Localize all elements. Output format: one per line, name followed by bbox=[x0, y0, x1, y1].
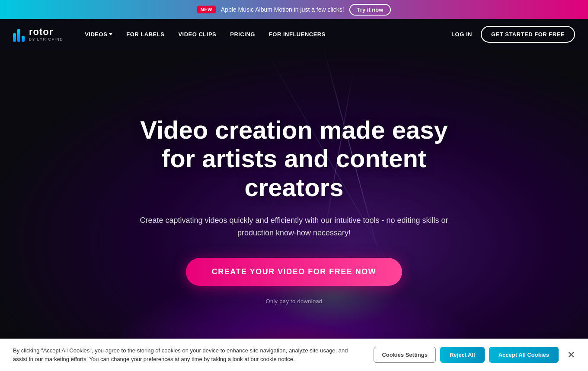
login-button[interactable]: LOG IN bbox=[451, 31, 472, 38]
top-banner: NEW Apple Music Album Motion in just a f… bbox=[0, 0, 588, 19]
logo-name: rotor bbox=[29, 27, 63, 37]
logo-bar-2 bbox=[17, 29, 20, 42]
logo-bar-3 bbox=[22, 36, 25, 42]
close-cookie-banner-button[interactable]: ✕ bbox=[567, 350, 575, 360]
nav-videos[interactable]: VIDEOS bbox=[85, 31, 112, 38]
nav-pricing[interactable]: PRICING bbox=[230, 31, 255, 38]
reject-all-button[interactable]: Reject All bbox=[440, 347, 485, 363]
get-started-button[interactable]: GET STARTED FOR FREE bbox=[481, 26, 575, 43]
banner-text: Apple Music Album Motion in just a few c… bbox=[221, 6, 344, 13]
hero-title: Video creation made easy for artists and… bbox=[130, 116, 458, 202]
cookies-settings-button[interactable]: Cookies Settings bbox=[374, 347, 435, 363]
cookie-banner: By clicking "Accept All Cookies", you ag… bbox=[0, 339, 588, 371]
cookie-actions: Cookies Settings Reject All Accept All C… bbox=[374, 347, 575, 363]
logo-sub: BY LYRICFIND bbox=[29, 37, 63, 41]
create-video-button[interactable]: CREATE YOUR VIDEO FOR FREE NOW bbox=[186, 258, 402, 286]
logo-bar-1 bbox=[13, 33, 16, 42]
logo[interactable]: rotor BY LYRICFIND bbox=[13, 26, 63, 42]
nav-video-clips[interactable]: VIDEO CLIPS bbox=[178, 31, 216, 38]
navbar: rotor BY LYRICFIND VIDEOS FOR LABELS VID… bbox=[0, 19, 588, 49]
cta-subtext: Only pay to download bbox=[130, 298, 458, 304]
cookie-text: By clicking "Accept All Cookies", you ag… bbox=[13, 346, 361, 363]
hero-section: Video creation made easy for artists and… bbox=[0, 49, 588, 371]
nav-for-influencers[interactable]: FOR INFLUENCERS bbox=[269, 31, 326, 38]
logo-icon bbox=[13, 26, 25, 42]
accept-all-cookies-button[interactable]: Accept All Cookies bbox=[489, 347, 559, 363]
hero-content: Video creation made easy for artists and… bbox=[121, 116, 467, 305]
nav-right: LOG IN GET STARTED FOR FREE bbox=[451, 26, 575, 43]
new-badge: NEW bbox=[197, 6, 216, 13]
try-it-now-button[interactable]: Try it now bbox=[349, 4, 391, 16]
chevron-down-icon bbox=[109, 33, 112, 35]
nav-links: VIDEOS FOR LABELS VIDEO CLIPS PRICING FO… bbox=[85, 31, 451, 38]
nav-for-labels[interactable]: FOR LABELS bbox=[126, 31, 164, 38]
logo-text: rotor BY LYRICFIND bbox=[29, 27, 63, 41]
hero-subtitle: Create captivating videos quickly and ef… bbox=[130, 214, 458, 239]
